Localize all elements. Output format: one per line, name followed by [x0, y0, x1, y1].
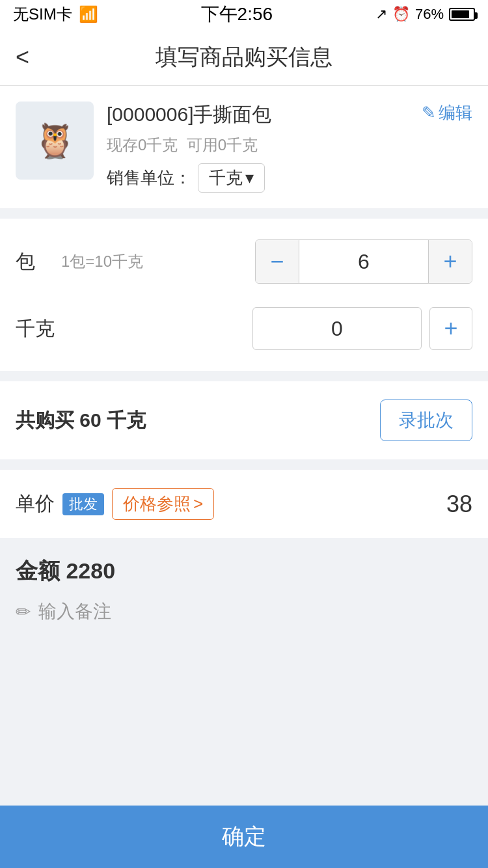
- note-icon: ✏: [16, 601, 31, 623]
- page-title: 填写商品购买信息: [156, 42, 332, 72]
- status-right: ↗ ⏰ 76%: [375, 6, 475, 23]
- confirm-button[interactable]: 确定: [0, 806, 488, 868]
- bag-controls: − +: [255, 239, 472, 284]
- amount-row: 金额 2280: [16, 556, 472, 586]
- kg-quantity-row: 千克 +: [16, 307, 472, 350]
- price-row: 单价 批发 价格参照 > 38: [16, 488, 472, 520]
- bag-minus-button[interactable]: −: [256, 240, 299, 283]
- location-icon: ↗: [375, 6, 387, 23]
- bag-quantity-row: 包 1包=10千克 − +: [16, 239, 472, 284]
- product-info: [0000006]手撕面包 现存0千克 可用0千克 销售单位： 千克 ▾: [107, 102, 472, 193]
- kg-input[interactable]: [252, 307, 422, 350]
- price-ref-arrow-icon: >: [193, 494, 203, 514]
- nav-bar: < 填写商品购买信息: [0, 29, 488, 86]
- note-row[interactable]: ✏ 输入备注: [16, 599, 472, 624]
- summary-section: 共购买 60 千克 录批次: [0, 381, 488, 459]
- quantity-section: 包 1包=10千克 − + 千克 +: [0, 219, 488, 371]
- kg-label: 千克: [16, 316, 55, 342]
- bag-input[interactable]: [299, 240, 429, 283]
- wifi-icon: 📶: [79, 5, 98, 23]
- amount-section: 金额 2280 ✏ 输入备注: [0, 538, 488, 634]
- product-name: [0000006]手撕面包: [107, 102, 472, 128]
- bag-sublabel: 1包=10千克: [61, 251, 255, 272]
- product-card: 🦉 [0000006]手撕面包 现存0千克 可用0千克 销售单位： 千克 ▾ ✎…: [0, 86, 488, 208]
- price-label: 单价: [16, 491, 55, 517]
- edit-button[interactable]: ✎ 编辑: [422, 102, 472, 124]
- note-placeholder: 输入备注: [38, 599, 111, 624]
- status-bar: 无SIM卡 📶 下午2:56 ↗ ⏰ 76%: [0, 0, 488, 29]
- price-value: 38: [446, 491, 472, 518]
- bag-label: 包: [16, 249, 55, 275]
- product-thumbnail: 🦉: [16, 102, 94, 180]
- summary-text: 共购买 60 千克: [16, 407, 146, 434]
- carrier-label: 无SIM卡: [13, 4, 72, 25]
- product-thumb-icon: 🦉: [34, 121, 76, 161]
- price-ref-button[interactable]: 价格参照 >: [112, 488, 214, 520]
- kg-plus-button[interactable]: +: [429, 307, 472, 350]
- product-stock: 现存0千克 可用0千克: [107, 135, 472, 156]
- bag-stepper: − +: [255, 239, 472, 284]
- price-section: 单价 批发 价格参照 > 38: [0, 470, 488, 538]
- chevron-down-icon: ▾: [245, 168, 254, 188]
- battery-icon: [449, 8, 475, 21]
- bag-plus-button[interactable]: +: [429, 240, 472, 283]
- alarm-icon: ⏰: [392, 6, 410, 23]
- edit-icon: ✎: [422, 103, 436, 123]
- batch-button[interactable]: 录批次: [380, 400, 472, 441]
- time-label: 下午2:56: [201, 2, 273, 27]
- status-left: 无SIM卡 📶: [13, 4, 98, 25]
- unit-select[interactable]: 千克 ▾: [198, 163, 265, 193]
- unit-label: 销售单位：: [107, 167, 191, 189]
- back-button[interactable]: <: [16, 44, 29, 71]
- spacer: [0, 634, 488, 765]
- product-unit-row: 销售单位： 千克 ▾: [107, 163, 472, 193]
- price-badge: 批发: [62, 493, 104, 515]
- kg-controls: +: [252, 307, 472, 350]
- battery-label: 76%: [415, 6, 444, 23]
